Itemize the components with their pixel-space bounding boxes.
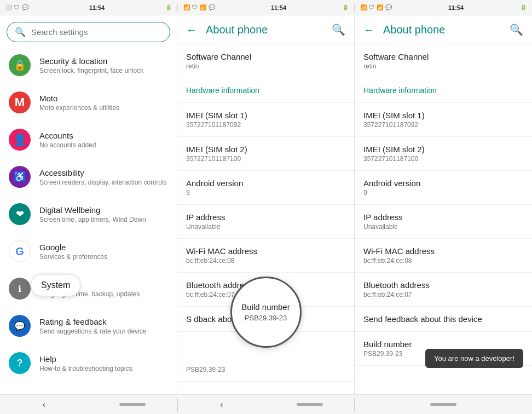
status-icon-mid-3: 📶 <box>200 4 206 10</box>
wifi-value-right: bc:ff:eb:24:ce:08 <box>363 257 523 264</box>
about-item-feedback-mid[interactable]: S dback about this device Build number P… <box>177 307 354 332</box>
nav-pill-left <box>119 403 146 406</box>
back-button-mid[interactable]: ← <box>186 24 197 36</box>
nav-bar: ‹ ‹ <box>0 394 532 414</box>
sidebar-item-google[interactable]: G Google Services & preferences <box>0 233 177 270</box>
search-bar[interactable]: 🔍 <box>7 22 170 42</box>
accounts-text: Accounts No accounts added <box>39 131 168 149</box>
status-bar: ⬜ 🛡 💬 11:54 🔋 📶 🛡 📶 💬 11:54 🔋 📶 🛡 📶 💬 11… <box>0 0 532 15</box>
feedback-title-right: Send feedback about this device <box>363 314 523 324</box>
search-header-icon-mid[interactable]: 🔍 <box>332 23 345 36</box>
ip-title-mid: IP address <box>186 212 345 222</box>
about-item-imei2-right[interactable]: IMEI (SIM slot 2) 357227101187100 <box>355 137 532 171</box>
battery-icon-left: 🔋 <box>165 4 172 10</box>
battery-left: 🔋 <box>165 4 172 10</box>
bt-value-right: bc:ff:eb:24:ce:07 <box>363 291 523 298</box>
status-icon-mid-4: 💬 <box>209 4 215 10</box>
sidebar-item-moto[interactable]: M Moto Moto experiences & utilities <box>0 84 177 121</box>
search-header-icon-right[interactable]: 🔍 <box>510 23 523 36</box>
about-item-android-right[interactable]: Android version 9 <box>355 171 532 205</box>
wellbeing-icon: ❤ <box>9 203 31 225</box>
android-value-right: 9 <box>363 189 523 197</box>
search-icon: 🔍 <box>15 27 26 37</box>
about-item-ip-right[interactable]: IP address Unavailable <box>355 205 532 239</box>
status-time-left: 11:54 <box>89 4 105 11</box>
back-button-right[interactable]: ← <box>363 24 374 36</box>
about-item-bt-right[interactable]: Bluetooth address bc:ff:eb:24:ce:07 <box>355 273 532 307</box>
battery-right: 🔋 <box>520 4 527 10</box>
wifi-title-right: Wi-Fi MAC address <box>363 246 523 256</box>
about-item-imei2-mid[interactable]: IMEI (SIM slot 2) 357227101187100 <box>177 137 354 171</box>
software-channel-title-mid: Software Channel <box>186 52 345 61</box>
build-circle-value: PSB29.39-23 <box>245 314 287 322</box>
battery-icon-mid: 🔋 <box>342 4 349 10</box>
main-content: 🔍 🔒 Security & location Screen lock, fin… <box>0 15 532 394</box>
about-item-imei1-mid[interactable]: IMEI (SIM slot 1) 357227101187092 <box>177 103 354 137</box>
moto-title: Moto <box>39 94 168 103</box>
ip-value-mid: Unavailable <box>186 223 345 231</box>
about-item-wifi-mid[interactable]: Wi-Fi MAC address bc:ff:eb:24:ce:08 <box>177 239 354 273</box>
nav-back-mid[interactable]: ‹ <box>209 398 234 412</box>
help-subtitle: How-to & troubleshooting topics <box>39 365 168 372</box>
about-title-right: About phone <box>383 24 501 36</box>
about-title-mid: About phone <box>206 24 323 36</box>
nav-panel-mid: ‹ <box>177 398 355 412</box>
nav-panel-right <box>355 403 532 406</box>
sidebar-item-help[interactable]: ? Help How-to & troubleshooting topics <box>0 344 177 382</box>
accessibility-icon: ♿ <box>9 166 31 188</box>
settings-panel: 🔍 🔒 Security & location Screen lock, fin… <box>0 15 177 394</box>
android-value-mid: 9 <box>186 189 345 197</box>
status-bar-left: ⬜ 🛡 💬 11:54 🔋 <box>0 4 177 11</box>
accounts-icon: 👤 <box>9 129 31 151</box>
status-icon-1: ⬜ <box>5 4 12 10</box>
about-panel-right: ← About phone 🔍 Software Channel retin H… <box>355 15 532 394</box>
status-icons-left: ⬜ 🛡 💬 <box>5 4 28 10</box>
status-bar-right: 📶 🛡 📶 💬 11:54 🔋 <box>355 4 532 11</box>
build-circle[interactable]: Build number PSB29.39-23 <box>230 277 302 348</box>
about-item-wifi-right[interactable]: Wi-Fi MAC address bc:ff:eb:24:ce:08 <box>355 239 532 273</box>
sidebar-item-rating[interactable]: 💬 Rating & feedback Send suggestions & r… <box>0 307 177 344</box>
sidebar-item-accessibility[interactable]: ♿ Accessibility Screen readers, display,… <box>0 158 177 196</box>
nav-back-left[interactable]: ‹ <box>32 398 56 412</box>
moto-icon: M <box>9 91 31 113</box>
about-item-imei1-right[interactable]: IMEI (SIM slot 1) 357227101187092 <box>355 103 532 137</box>
battery-icon-right: 🔋 <box>520 4 527 10</box>
status-icon-3: 💬 <box>22 4 28 10</box>
security-text: Security & location Screen lock, fingerp… <box>39 56 168 74</box>
system-icon: ℹ <box>9 278 31 300</box>
security-subtitle: Screen lock, fingerprint, face unlock <box>39 67 168 74</box>
google-icon: G <box>9 240 31 262</box>
sidebar-item-security[interactable]: 🔒 Security & location Screen lock, finge… <box>0 47 177 84</box>
imei2-title-right: IMEI (SIM slot 2) <box>363 145 523 154</box>
about-item-software-channel-right[interactable]: Software Channel retin <box>355 44 532 78</box>
accounts-subtitle: No accounts added <box>39 141 168 149</box>
about-item-ip-mid[interactable]: IP address Unavailable <box>177 205 354 239</box>
status-icon-mid-1: 📶 <box>183 4 190 10</box>
sidebar-item-wellbeing[interactable]: ❤ Digital Wellbeing Screen time, app tim… <box>0 196 177 233</box>
developer-toast: You are now a developer! <box>425 349 523 368</box>
bt-title-right: Bluetooth address <box>363 280 523 290</box>
security-title: Security & location <box>39 56 168 66</box>
build-circle-title: Build number <box>241 302 290 312</box>
status-icon-2: 🛡 <box>14 4 20 10</box>
about-list-mid: Software Channel retin Hardware informat… <box>177 44 354 394</box>
nav-pill-mid <box>297 403 323 406</box>
moto-text: Moto Moto experiences & utilities <box>39 94 168 112</box>
status-icons-mid: 📶 🛡 📶 💬 <box>183 4 215 10</box>
status-bar-mid: 📶 🛡 📶 💬 11:54 🔋 <box>177 4 355 11</box>
imei1-value-mid: 357227101187092 <box>186 121 345 129</box>
about-item-android-mid[interactable]: Android version 9 <box>177 171 354 205</box>
search-input[interactable] <box>31 27 162 37</box>
google-title: Google <box>39 243 168 252</box>
rating-title: Rating & feedback <box>39 317 168 326</box>
about-item-feedback-right[interactable]: Send feedback about this device <box>355 307 532 332</box>
help-icon: ? <box>9 352 31 374</box>
ip-title-right: IP address <box>363 212 523 222</box>
sidebar-item-accounts[interactable]: 👤 Accounts No accounts added <box>0 121 177 158</box>
imei1-value-right: 357227101187092 <box>363 121 523 129</box>
status-icon-mid-2: 🛡 <box>192 4 198 10</box>
sidebar-item-system[interactable]: System ℹ System Languages, time, backup,… <box>0 270 177 307</box>
rating-icon: 💬 <box>9 315 31 337</box>
about-item-software-channel-mid[interactable]: Software Channel retin <box>177 44 354 78</box>
status-time-mid: 11:54 <box>271 4 286 11</box>
